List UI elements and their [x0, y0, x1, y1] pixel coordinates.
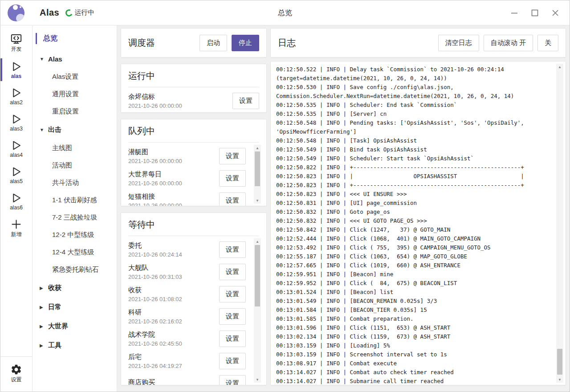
scroll-down-icon[interactable]: ▼	[254, 376, 261, 383]
rail-item-settings[interactable]: 设置	[0, 359, 32, 387]
rail-item-alas5[interactable]: alas5	[0, 162, 32, 188]
rail-item-label: 新增	[11, 231, 22, 238]
task-row: 战术学院2021-10-26 02:45:50设置	[128, 327, 246, 350]
nav-item-overview[interactable]: 总览	[33, 31, 117, 46]
rail-bottom: 设置	[0, 356, 32, 392]
nav-group-label: 工具	[48, 341, 61, 350]
scroll-down-icon[interactable]: ▼	[556, 376, 563, 383]
task-row: 收获2021-10-26 01:08:02设置	[128, 283, 246, 305]
instance-rail: 开发alasalas2alas3alas4alas5alas6新增 设置	[0, 25, 33, 392]
nav-group-daily[interactable]: ▶日常	[33, 298, 117, 317]
task-settings-button[interactable]: 设置	[219, 353, 246, 369]
scroll-down-icon[interactable]: ▼	[254, 197, 261, 204]
task-settings-button[interactable]: 设置	[219, 375, 246, 385]
nav-group-alas[interactable]: ▼Alas	[33, 50, 117, 68]
task-name: 余烬信标	[128, 93, 182, 101]
nav-subitem[interactable]: 7-2 三战捡垃圾	[33, 209, 117, 226]
log-line: 00:12:59.951 | INFO | [Beacon] mine	[276, 270, 552, 279]
nav-subitem[interactable]: 12-4 大型练级	[33, 244, 117, 261]
rail-item-alas6[interactable]: alas6	[0, 188, 32, 214]
autoscroll-toggle-button[interactable]: 自动滚动 开	[484, 35, 533, 51]
task-row: 短猫相接2021-10-26 00:00:00设置	[128, 189, 246, 206]
pending-panel: 队列中 ▲ ▼ 潜艇图2021-10-26 00:00:00设置大世界每日202…	[121, 119, 267, 206]
task-settings-button[interactable]: 设置	[232, 93, 259, 109]
maximize-icon[interactable]	[531, 9, 538, 16]
scroll-up-icon[interactable]: ▲	[254, 238, 261, 245]
scheduler-stop-button[interactable]: 停止	[232, 35, 259, 51]
nav-group-tool[interactable]: ▶工具	[33, 336, 117, 355]
nav-subitem[interactable]: 紧急委托刷钻石	[33, 261, 117, 278]
clear-log-button[interactable]: 清空日志	[438, 35, 479, 51]
rail-item-alas2[interactable]: alas2	[0, 83, 32, 109]
running-panel: 运行中 余烬信标2021-10-26 00:00:00设置	[121, 64, 267, 113]
log-scrollbar[interactable]: ▲ ▼	[556, 64, 563, 383]
log-line: 00:12:50.549 | INFO | Scheduler: Start t…	[276, 154, 552, 163]
waiting-scrollbar[interactable]: ▲ ▼	[254, 238, 261, 383]
log-line: 00:12:50.823 | INFO | <<< UI ENSURE >>>	[276, 190, 552, 199]
task-name: 短猫相接	[128, 192, 182, 201]
log-off-button[interactable]: 关	[537, 35, 558, 51]
task-settings-button[interactable]: 设置	[219, 286, 246, 302]
play-icon	[10, 192, 22, 204]
task-settings-button[interactable]: 设置	[219, 241, 246, 258]
task-name: 大世界每日	[128, 170, 182, 179]
nav-subitem[interactable]: 重启设置	[33, 103, 117, 120]
scheduler-start-button[interactable]: 启动	[200, 35, 227, 51]
nav-group-os[interactable]: ▶大世界	[33, 317, 117, 336]
nav-subitem[interactable]: 1-1 伏击刷好感	[33, 192, 117, 209]
waiting-panel: 等待中 ▲ ▼ 委托2021-10-26 00:24:14设置大舰队2021-1…	[121, 212, 267, 385]
waiting-task-list: ▲ ▼ 委托2021-10-26 00:24:14设置大舰队2021-10-26…	[121, 236, 266, 385]
nav-subitem[interactable]: Alas设置	[33, 68, 117, 86]
task-next-run-time: 2021-10-26 02:45:50	[128, 340, 182, 347]
rail-item-add[interactable]: 新增	[0, 214, 32, 242]
scroll-up-icon[interactable]: ▲	[556, 64, 563, 70]
log-line: 00:12:50.530 | INFO | Save config ./conf…	[276, 83, 552, 101]
chevron-right-icon: ▶	[40, 286, 44, 290]
task-settings-button[interactable]: 设置	[219, 331, 246, 347]
rail-item-alas3[interactable]: alas3	[0, 109, 32, 135]
nav-subitem[interactable]: 活动图	[33, 157, 117, 174]
log-line: 00:12:50.522 | INFO | Delay task `Commis…	[276, 65, 552, 83]
scrollbar-thumb[interactable]	[255, 245, 260, 306]
task-next-run-time: 2021-10-26 00:00:00	[128, 158, 182, 164]
log-line: 00:13:14.027 | INFO | Submarine call tim…	[276, 377, 552, 385]
task-settings-button[interactable]: 设置	[219, 192, 246, 206]
task-settings-button[interactable]: 设置	[219, 264, 246, 280]
task-name: 商店购买	[128, 378, 155, 385]
plus-icon	[10, 218, 22, 230]
scrollbar-thumb[interactable]	[255, 151, 260, 186]
log-column: 日志 清空日志 自动滚动 开 关 00:12:50.522 | INFO | D…	[270, 28, 566, 385]
task-settings-button[interactable]: 设置	[219, 148, 246, 164]
task-settings-button[interactable]: 设置	[219, 308, 246, 325]
nav-group-label: 大世界	[48, 322, 68, 331]
nav-subitem[interactable]: 通用设置	[33, 86, 117, 103]
main-content: 调度器 启动 停止 运行中 余烬信标2021-10-26 00:00:00设置 …	[117, 25, 570, 392]
minimize-icon[interactable]	[511, 9, 518, 16]
scroll-up-icon[interactable]: ▲	[254, 145, 261, 151]
nav-group-label: 日常	[48, 303, 61, 311]
log-line: 00:12:50.823 | INFO | | OPSIASHASSIST |	[276, 172, 552, 181]
page-title: 总览	[278, 8, 292, 17]
nav-subitem[interactable]: 主线图	[33, 139, 117, 157]
task-row: 大舰队2021-10-26 00:31:03设置	[128, 261, 246, 283]
waiting-title: 等待中	[128, 213, 259, 236]
code-monitor-icon	[10, 33, 22, 45]
scrollbar-thumb[interactable]	[557, 349, 562, 375]
scheduler-title: 调度器	[128, 37, 155, 49]
close-icon[interactable]	[552, 9, 559, 16]
rail-item-dev[interactable]: 开发	[0, 29, 32, 57]
rail-item-label: alas	[11, 73, 21, 79]
rail-item-alas4[interactable]: alas4	[0, 135, 32, 162]
pending-scrollbar[interactable]: ▲ ▼	[254, 145, 261, 204]
play-icon	[10, 139, 22, 151]
task-settings-button[interactable]: 设置	[219, 170, 246, 187]
nav-group-combat[interactable]: ▼出击	[33, 120, 117, 139]
log-line: 00:12:50.535 | INFO | [Server] cn	[276, 110, 552, 118]
log-line: 00:12:50.549 | INFO | Bind task OpsiAshA…	[276, 145, 552, 154]
nav-group-reward[interactable]: ▶收获	[33, 278, 117, 298]
rail-item-alas[interactable]: alas	[0, 57, 32, 83]
nav-subitem[interactable]: 共斗活动	[33, 174, 117, 192]
log-line: 00:13:01.584 | INFO | [BEACON_TIER 0.035…	[276, 306, 552, 314]
nav-subitem[interactable]: 12-2 中型练级	[33, 226, 117, 244]
chevron-down-icon: ▼	[40, 127, 44, 132]
